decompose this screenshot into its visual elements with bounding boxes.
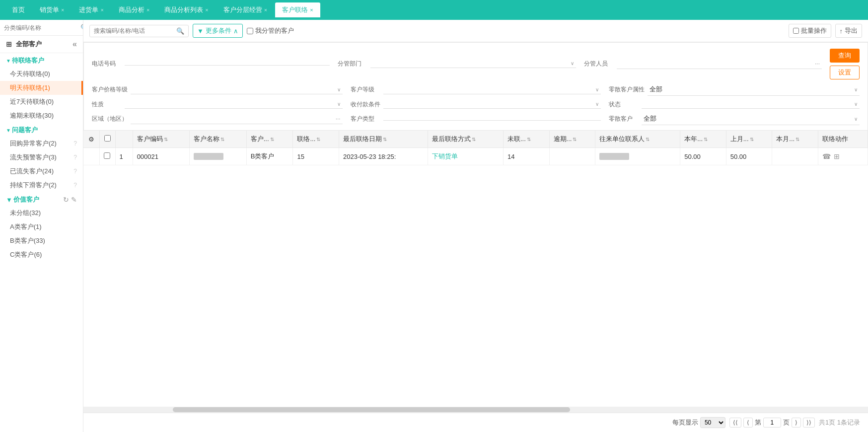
th-last-method[interactable]: 最后联络方式⇅ bbox=[428, 131, 503, 148]
level-select[interactable]: ∨ bbox=[383, 85, 601, 94]
nav-close-customer-contact[interactable]: × bbox=[310, 7, 313, 13]
prev-page-button[interactable]: ⟨ bbox=[743, 418, 753, 428]
nav-product-list[interactable]: 商品分析列表 × bbox=[157, 2, 215, 17]
my-customers-check[interactable] bbox=[247, 28, 253, 34]
status-select[interactable]: ∨ bbox=[642, 100, 860, 109]
td-not-contacted: 14 bbox=[503, 148, 549, 165]
filter-search-icon[interactable]: 🔍 bbox=[176, 27, 184, 35]
horizontal-scrollbar[interactable] bbox=[83, 407, 868, 413]
batch-checkbox[interactable] bbox=[793, 28, 799, 34]
my-customers-checkbox[interactable]: 我分管的客户 bbox=[247, 26, 294, 35]
phone-input[interactable] bbox=[125, 62, 330, 66]
th-this-year[interactable]: 本年...⇅ bbox=[680, 131, 726, 148]
td-name bbox=[190, 148, 247, 165]
first-page-button[interactable]: ⟨⟨ bbox=[729, 418, 741, 428]
person-input[interactable]: ··· bbox=[617, 59, 822, 69]
nav-close-sales[interactable]: × bbox=[61, 7, 64, 13]
nav-customer-layering[interactable]: 客户分层经营 × bbox=[217, 2, 274, 17]
chevron-up-icon: ∧ bbox=[233, 27, 238, 35]
page-number-input[interactable] bbox=[763, 418, 781, 428]
sort-icon-last-method: ⇅ bbox=[472, 137, 476, 142]
sort-icon-unit-contact: ⇅ bbox=[646, 137, 650, 142]
level-arrow-icon: ∨ bbox=[595, 87, 599, 92]
sidebar-item-today[interactable]: 今天待联络(0) bbox=[0, 67, 83, 81]
table-row: 1 000021 B类客户 15 2023-05-23 18:25: 下销货单 … bbox=[83, 148, 868, 165]
th-overdue[interactable]: 逾期...⇅ bbox=[549, 131, 595, 148]
settings-button[interactable]: 设置 bbox=[830, 66, 860, 79]
sidebar-item-week[interactable]: 近7天待联络(0) bbox=[0, 95, 83, 109]
filter-actions: 批量操作 ↑ 导出 bbox=[789, 24, 863, 38]
sidebar-search-input[interactable] bbox=[4, 24, 78, 31]
nav-close-purchase[interactable]: × bbox=[100, 7, 103, 13]
data-table-container: ⚙ 客户编码⇅ 客户名称⇅ 客户...⇅ 联络...⇅ 最后联络日期⇅ 最后联络… bbox=[83, 131, 868, 407]
retail-customer-select[interactable]: 全部 ∨ bbox=[642, 113, 860, 125]
filter-more-conditions[interactable]: ▼ 更多条件 ∧ bbox=[193, 24, 243, 38]
nav-sales[interactable]: 销货单 × bbox=[33, 2, 71, 17]
sidebar-item-churned[interactable]: 已流失客户(24) ? bbox=[0, 164, 83, 178]
filter-search-input[interactable] bbox=[94, 27, 174, 34]
edit-icon-value[interactable]: ✎ bbox=[71, 196, 77, 204]
batch-op-button[interactable]: 批量操作 bbox=[789, 24, 831, 38]
th-not-contacted[interactable]: 未联...⇅ bbox=[503, 131, 549, 148]
sidebar-group-problem[interactable]: 问题客户 bbox=[0, 123, 83, 137]
sidebar-item-a-class[interactable]: A类客户(1) bbox=[0, 220, 83, 234]
th-last-date[interactable]: 最后联络日期⇅ bbox=[339, 131, 428, 148]
th-this-month[interactable]: 本月...⇅ bbox=[772, 131, 818, 148]
th-name[interactable]: 客户名称⇅ bbox=[190, 131, 247, 148]
retail-attr-select[interactable]: 全部 ∨ bbox=[648, 83, 860, 96]
nav-close-product-analysis[interactable]: × bbox=[146, 7, 149, 13]
th-last-month[interactable]: 上月...⇅ bbox=[726, 131, 772, 148]
td-overdue bbox=[549, 148, 595, 165]
sidebar-group-pending[interactable]: 待联络客户 bbox=[0, 53, 83, 67]
customer-type-input[interactable] bbox=[383, 117, 601, 121]
nature-select[interactable]: ∨ bbox=[125, 100, 343, 109]
area-input[interactable]: ··· bbox=[131, 114, 343, 124]
th-gear[interactable]: ⚙ bbox=[83, 131, 99, 148]
row-checkbox[interactable] bbox=[104, 152, 110, 159]
th-check[interactable] bbox=[99, 131, 115, 148]
payment-select[interactable]: ∨ bbox=[383, 100, 601, 109]
chevron-down-icon-value: ▼ bbox=[6, 196, 12, 204]
th-unit-contact[interactable]: 往来单位联系人⇅ bbox=[595, 131, 680, 148]
last-page-button[interactable]: ⟩⟩ bbox=[803, 418, 815, 428]
scrollbar-thumb[interactable] bbox=[173, 407, 570, 412]
nav-close-customer-layering[interactable]: × bbox=[264, 7, 267, 13]
td-check[interactable] bbox=[99, 148, 115, 165]
nav-product-analysis[interactable]: 商品分析 × bbox=[112, 2, 156, 17]
sidebar-item-overdue[interactable]: 逾期未联络(30) bbox=[0, 109, 83, 123]
sidebar-item-b-class[interactable]: B类客户(33) bbox=[0, 234, 83, 248]
sidebar-item-declining[interactable]: 持续下滑客户(2) ? bbox=[0, 178, 83, 192]
sidebar-collapse-icon[interactable]: « bbox=[72, 40, 77, 49]
select-all-checkbox[interactable] bbox=[104, 135, 111, 142]
next-page-button[interactable]: ⟩ bbox=[792, 418, 801, 428]
sidebar-item-c-class[interactable]: C类客户(6) bbox=[0, 248, 83, 262]
page-size-select[interactable]: 50 20 100 200 bbox=[700, 417, 725, 428]
th-category[interactable]: 客户...⇅ bbox=[246, 131, 293, 148]
sidebar-search-container: 🔍 bbox=[0, 20, 83, 36]
phone-action-icon[interactable]: ☎ bbox=[822, 152, 831, 160]
nav-purchase[interactable]: 进货单 × bbox=[72, 2, 110, 17]
sidebar-item-churn-warning[interactable]: 流失预警客户(3) ? bbox=[0, 150, 83, 164]
data-table: ⚙ 客户编码⇅ 客户名称⇅ 客户...⇅ 联络...⇅ 最后联络日期⇅ 最后联络… bbox=[83, 131, 868, 165]
grid-action-icon[interactable]: ⊞ bbox=[834, 152, 840, 160]
th-code[interactable]: 客户编码⇅ bbox=[133, 131, 190, 148]
table-header-row: ⚙ 客户编码⇅ 客户名称⇅ 客户...⇅ 联络...⇅ 最后联络日期⇅ 最后联络… bbox=[83, 131, 868, 148]
sidebar-item-repurchase[interactable]: 回购异常客户(2) ? bbox=[0, 137, 83, 150]
last-method-link[interactable]: 下销货单 bbox=[432, 152, 458, 160]
sidebar-all-customers[interactable]: ⊞ 全部客户 « bbox=[0, 36, 83, 53]
query-button[interactable]: 查询 bbox=[830, 49, 860, 63]
export-button[interactable]: ↑ 导出 bbox=[835, 24, 863, 38]
price-level-select[interactable]: ∨ bbox=[131, 85, 343, 94]
nav-close-product-list[interactable]: × bbox=[205, 7, 208, 13]
td-index: 1 bbox=[115, 148, 133, 165]
sidebar-item-ungroup[interactable]: 未分组(32) bbox=[0, 206, 83, 220]
dept-select[interactable]: ∨ bbox=[370, 59, 576, 68]
sidebar-item-tomorrow[interactable]: 明天待联络(1) bbox=[0, 81, 83, 95]
th-contact-count[interactable]: 联络...⇅ bbox=[293, 131, 339, 148]
td-unit-contact bbox=[595, 148, 680, 165]
nav-customer-contact[interactable]: 客户联络 × bbox=[275, 2, 320, 17]
refresh-icon-value[interactable]: ↻ bbox=[63, 196, 69, 204]
nav-home[interactable]: 首页 bbox=[5, 2, 32, 17]
td-code: 000021 bbox=[133, 148, 190, 165]
td-last-method[interactable]: 下销货单 bbox=[428, 148, 503, 165]
